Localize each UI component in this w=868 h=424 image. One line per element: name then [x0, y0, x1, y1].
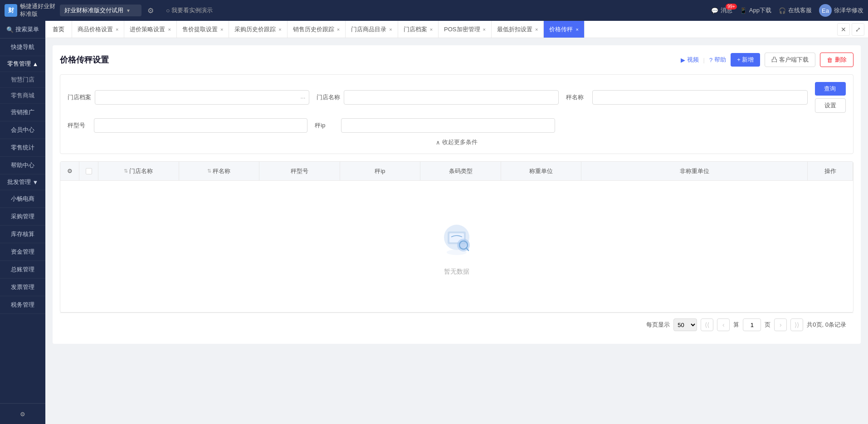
tab-close-icon[interactable]: × [535, 27, 538, 32]
sidebar-gear-icon[interactable]: ⚙ [0, 403, 45, 424]
sidebar-search[interactable]: 🔍 搜索菜单 [0, 21, 45, 39]
th-code-type: 条码类型 [420, 162, 501, 180]
filter-scale-model: 秤型号 [68, 118, 307, 133]
add-button[interactable]: + 新增 [731, 53, 760, 67]
filter-row-2: 秤型号 秤ip [68, 118, 846, 133]
delete-button[interactable]: 🗑 删除 [820, 53, 853, 67]
collapse-bar[interactable]: ∧ 收起更多条件 [68, 138, 846, 146]
top-bar: 财 畅捷通好业财 标准版 好业财标准版交付试用 ▼ ⚙ ○ 我要看实例演示 💬 … [0, 0, 868, 21]
query-button[interactable]: 查询 [815, 82, 846, 96]
sidebar-item-retail-management[interactable]: 零售管理 ▲ [0, 56, 45, 72]
tab-purchase-history[interactable]: 采购历史价跟踪 × [229, 21, 287, 38]
chevron-up-icon: ▲ [33, 61, 39, 67]
per-page-label: 每页显示 [646, 321, 670, 329]
th-gear[interactable]: ⚙ [60, 162, 79, 180]
per-page-select[interactable]: 50 10 20 100 [673, 318, 697, 331]
search-icon: 🔍 [6, 26, 14, 33]
scale-model-input[interactable] [94, 118, 307, 133]
store-name-input[interactable] [344, 90, 558, 105]
tab-close-icon[interactable]: × [430, 27, 433, 32]
sort-icon[interactable]: ⇅ [124, 168, 128, 174]
ellipsis-icon[interactable]: ··· [300, 94, 305, 101]
user-menu[interactable]: Ea 徐泽华修改 [819, 4, 863, 17]
sidebar-item-marketing[interactable]: 营销推广 [0, 104, 45, 121]
settings-button[interactable]: 设置 [815, 98, 846, 113]
online-service-button[interactable]: 🎧 在线客服 [779, 6, 812, 14]
top-bar-right: 💬 消息 99+ 📱 App下载 🎧 在线客服 Ea 徐泽华修改 [711, 4, 863, 17]
prev-page-button[interactable]: ‹ [717, 318, 730, 331]
tab-purchase-strategy[interactable]: 进价策略设置 × [124, 21, 176, 38]
help-link[interactable]: ? 帮助 [709, 56, 726, 64]
sidebar-item-smart-store[interactable]: 智慧门店 [0, 72, 45, 88]
version-selector[interactable]: 好业财标准版交付试用 ▼ [60, 5, 141, 16]
tab-close-icon[interactable]: × [168, 27, 171, 32]
header-checkbox[interactable] [86, 168, 92, 174]
video-link[interactable]: ▶ 视频 [681, 56, 699, 64]
page-header-actions: ▶ 视频 | ? 帮助 + 新增 凸 客户端下载 🗑 删除 [681, 53, 853, 67]
first-page-button[interactable]: ⟨⟨ [701, 318, 713, 331]
app-download-button[interactable]: 📱 App下载 [740, 6, 771, 14]
tab-product-price[interactable]: 商品价格设置 × [72, 21, 124, 38]
tab-pos-encryption[interactable]: POS加密管理 × [439, 21, 492, 38]
sidebar-item-general-ledger[interactable]: 总账管理 [0, 261, 45, 279]
sidebar-item-inventory[interactable]: 库存核算 [0, 226, 45, 243]
sidebar-item-xiaochang-ec[interactable]: 小畅电商 [0, 190, 45, 208]
scale-name-input[interactable] [592, 90, 808, 105]
th-store-name: ⇅ 门店名称 [98, 162, 179, 180]
tab-close-icon[interactable]: × [220, 27, 223, 32]
sidebar-item-member-center[interactable]: 会员中心 [0, 121, 45, 139]
page-input[interactable] [743, 318, 761, 331]
sort-icon[interactable]: ⇅ [207, 168, 211, 174]
sidebar-item-purchase-mgmt[interactable]: 采购管理 [0, 208, 45, 226]
th-scale-name: ⇅ 秤名称 [179, 162, 260, 180]
logo-text: 畅捷通好业财 标准版 [20, 3, 55, 18]
tab-close-icon[interactable]: × [483, 27, 486, 32]
circle-icon: ○ [166, 7, 170, 14]
sidebar-item-retail-mall[interactable]: 零售商城 [0, 88, 45, 104]
message-button[interactable]: 💬 消息 99+ [711, 6, 732, 14]
th-scale-ip: 秤ip [340, 162, 421, 180]
tab-sales-history[interactable]: 销售历史价跟踪 × [288, 21, 346, 38]
empty-text: 暂无数据 [444, 268, 469, 276]
tab-close-button[interactable]: ✕ [837, 23, 850, 36]
settings-icon[interactable]: ⚙ [144, 4, 157, 17]
tab-min-discount[interactable]: 最低折扣设置 × [492, 21, 544, 38]
th-checkbox[interactable] [79, 162, 98, 180]
tab-store-catalog[interactable]: 门店商品目录 × [346, 21, 398, 38]
tab-store-archive[interactable]: 门店档案 × [398, 21, 439, 38]
phone-icon: 📱 [740, 7, 747, 14]
tab-price-scale[interactable]: 价格传秤 × [544, 21, 584, 38]
tab-bar-actions: ✕ ⤢ [837, 23, 868, 36]
store-archive-input[interactable] [99, 94, 300, 101]
sidebar-item-help-center[interactable]: 帮助中心 [0, 157, 45, 174]
next-page-button[interactable]: › [774, 318, 787, 331]
sidebar-item-tax[interactable]: 税务管理 [0, 296, 45, 314]
content-area: 首页 商品价格设置 × 进价策略设置 × 售价提取设置 × 采购历史价跟踪 × … [45, 21, 868, 424]
export-button[interactable]: 凸 客户端下载 [765, 53, 815, 67]
demo-link[interactable]: ○ 我要看实例演示 [166, 6, 213, 14]
tab-close-icon[interactable]: × [575, 27, 578, 32]
scale-ip-input[interactable] [341, 118, 555, 133]
page-panel: 价格传秤设置 ▶ 视频 | ? 帮助 + 新增 凸 客户端下载 [53, 45, 861, 344]
chevron-down-icon: ▼ [126, 8, 131, 13]
sidebar: 🔍 搜索菜单 快捷导航 零售管理 ▲ 智慧门店 零售商城 营销推广 会员中心 零… [0, 21, 45, 424]
th-operations: 操作 [808, 162, 853, 180]
app-logo: 财 畅捷通好业财 标准版 [5, 3, 55, 18]
sidebar-item-wholesale[interactable]: 批发管理 ▼ [0, 174, 45, 190]
sidebar-item-capital[interactable]: 资金管理 [0, 243, 45, 261]
store-archive-input-wrapper[interactable]: ··· [95, 90, 309, 105]
last-page-button[interactable]: ⟩⟩ [790, 318, 803, 331]
page-content: 价格传秤设置 ▶ 视频 | ? 帮助 + 新增 凸 客户端下载 [45, 38, 868, 424]
tab-close-icon[interactable]: × [116, 27, 118, 32]
sidebar-item-retail-stats[interactable]: 零售统计 [0, 139, 45, 157]
chevron-up-icon: ∧ [436, 139, 440, 146]
tab-home[interactable]: 首页 [45, 21, 72, 38]
tab-close-icon[interactable]: × [278, 27, 281, 32]
sidebar-item-invoice[interactable]: 发票管理 [0, 279, 45, 296]
tab-selling-price[interactable]: 售价提取设置 × [177, 21, 229, 38]
tab-close-icon[interactable]: × [337, 27, 340, 32]
tab-maximize-button[interactable]: ⤢ [852, 23, 864, 36]
sidebar-item-quick-nav[interactable]: 快捷导航 [0, 39, 45, 56]
empty-state: 暂无数据 [60, 181, 853, 312]
tab-close-icon[interactable]: × [389, 27, 392, 32]
